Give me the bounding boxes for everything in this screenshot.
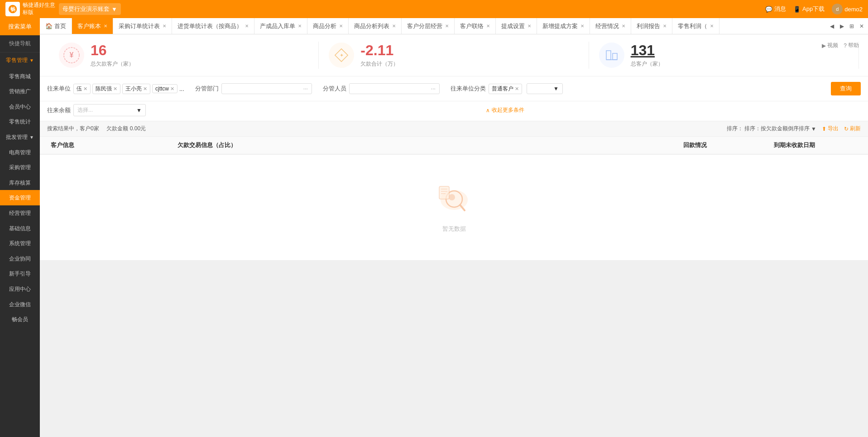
arrears-label: 欠款合计（万） [360, 60, 398, 68]
stat-icon-total [598, 42, 625, 69]
tab-cost-receipt[interactable]: 产成品入库单 ✕ [254, 18, 307, 34]
dept-input[interactable]: ··· [221, 83, 312, 94]
tag-close-wu[interactable]: ✕ [83, 86, 87, 92]
tab-close-stock-stats[interactable]: ✕ [245, 24, 249, 28]
tab-stock-stats[interactable]: 进货单统计表（按商品） ✕ [172, 18, 254, 34]
sidebar-quick-nav[interactable]: 快捷导航 [0, 35, 40, 52]
app-download-btn[interactable]: 📱 App下载 [793, 5, 825, 13]
filter-tag-wang[interactable]: 王小亮 ✕ [122, 84, 150, 94]
user-profile[interactable]: d demo2 [832, 4, 863, 14]
sidebar-item-marketing[interactable]: 营销推广 [0, 84, 40, 99]
sidebar-search[interactable]: 搜索菜单 [0, 18, 40, 35]
chevron-down-balance: ▼ [136, 107, 142, 114]
sidebar-item-finance[interactable]: 资金管理 [0, 190, 40, 205]
tab-close-operation-status[interactable]: ✕ [622, 24, 625, 28]
tag-close-normal[interactable]: ✕ [515, 86, 519, 92]
sidebar-item-new-guide[interactable]: 新手引导 [0, 266, 40, 281]
diamond-icon: ✦ [329, 43, 354, 68]
nav-expand-btn[interactable]: ⊞ [847, 22, 856, 31]
tab-close-retail-profit[interactable]: ✕ [710, 24, 714, 28]
collapse-btn[interactable]: ∧ 收起更多条件 [486, 106, 524, 114]
sidebar-item-inventory[interactable]: 库存核算 [0, 175, 40, 190]
yuan-icon: ¥ [59, 43, 84, 68]
result-actions: 排序： 排序：按欠款金额倒序排序 ▼ ⬆ 导出 ↻ 刷新 [727, 125, 861, 133]
balance-select[interactable]: 选择... ▼ [73, 104, 146, 116]
refresh-icon: ↻ [844, 126, 849, 132]
tab-customer-account[interactable]: 客户账本 ✕ [72, 18, 113, 34]
sidebar-item-operation[interactable]: 经营管理 [0, 205, 40, 221]
sidebar: 搜索菜单 快捷导航 零售管理 ▼ 零售商城 营销推广 会员中心 零售统计 [0, 18, 40, 437]
tab-close-new-improve[interactable]: ✕ [580, 24, 584, 28]
filter-row-1: 往来单位 伍 ✕ 陈民强 ✕ 王小亮 [40, 76, 868, 101]
tab-close-customer-tier[interactable]: ✕ [445, 24, 449, 28]
account-dropdown[interactable]: 母婴行业演示账套 ▼ [59, 3, 121, 15]
tag-close-wang[interactable]: ✕ [143, 86, 147, 92]
sidebar-item-batch-mgmt[interactable]: 批发管理 ▼ [0, 129, 40, 145]
stat-values-total: 131 总客户（家） [631, 43, 663, 68]
export-button[interactable]: ⬆ 导出 [822, 125, 839, 133]
sidebar-item-retail-mall[interactable]: 零售商城 [0, 69, 40, 84]
tab-close-customer-account[interactable]: ✕ [104, 24, 107, 28]
tab-customer-contact[interactable]: 客户联络 ✕ [455, 18, 496, 34]
avatar: d [832, 4, 843, 14]
messages-btn[interactable]: 💬 消息 [765, 5, 786, 13]
sidebar-item-retail-mgmt[interactable]: 零售管理 ▼ [0, 52, 40, 69]
nav-left-btn[interactable]: ◀ [827, 22, 836, 31]
svg-text:¥: ¥ [70, 51, 74, 59]
sidebar-item-enterprise-coop[interactable]: 企业协同 [0, 251, 40, 266]
tab-retail-profit[interactable]: 零售利润（ ✕ [672, 18, 719, 34]
filter-tag-normal-customer[interactable]: 普通客户 ✕ [489, 84, 522, 94]
tab-close-customer-contact[interactable]: ✕ [486, 24, 490, 28]
sidebar-item-enterprise-wechat[interactable]: 企业微信 [0, 297, 40, 312]
svg-point-11 [449, 194, 455, 200]
filter-tag-chen[interactable]: 陈民强 ✕ [92, 84, 120, 94]
sidebar-item-purchase[interactable]: 采购管理 [0, 160, 40, 175]
tab-close-profit-report[interactable]: ✕ [663, 24, 667, 28]
balance-placeholder: 选择... [77, 106, 93, 114]
tab-close-product-analysis[interactable]: ✕ [339, 24, 343, 28]
tab-operation-status[interactable]: 经营情况 ✕ [590, 18, 631, 34]
sidebar-item-app-center[interactable]: 应用中心 [0, 281, 40, 297]
sidebar-item-member-plus[interactable]: 畅会员 [0, 312, 40, 327]
svg-text:畅: 畅 [10, 6, 15, 12]
unit-type-dropdown[interactable]: ▼ [527, 83, 563, 94]
tab-close-improve-settings[interactable]: ✕ [528, 24, 531, 28]
sort-button[interactable]: 排序： 排序：按欠款金额倒序排序 ▼ [727, 125, 816, 133]
filter-tag-wu[interactable]: 伍 ✕ [73, 84, 91, 94]
tab-purchase-order[interactable]: 采购订单统计表 ✕ [113, 18, 172, 34]
result-bar: 搜索结果中，客户0家 欠款金额 0.00元 排序： 排序：按欠款金额倒序排序 ▼… [40, 121, 868, 137]
tab-product-analysis[interactable]: 商品分析 ✕ [307, 18, 349, 34]
tab-improve-settings[interactable]: 提成设置 ✕ [496, 18, 537, 34]
page-content: ¥ 16 总欠款客户（家） [40, 34, 868, 437]
tab-close-cost-receipt[interactable]: ✕ [298, 24, 302, 28]
tab-profit-report[interactable]: 利润报告 ✕ [631, 18, 672, 34]
tab-product-analysis-list[interactable]: 商品分析列表 ✕ [349, 18, 402, 34]
sidebar-item-retail-stats[interactable]: 零售统计 [0, 114, 40, 129]
video-help-btn[interactable]: ▶ 视频 [822, 42, 838, 49]
query-button[interactable]: 查询 [831, 82, 861, 95]
nav-close-all-btn[interactable]: ✕ [857, 22, 866, 31]
balance-filter-label: 往来余额 [47, 106, 71, 114]
tab-close-purchase-order[interactable]: ✕ [163, 24, 166, 28]
sidebar-item-ecommerce[interactable]: 电商管理 [0, 145, 40, 160]
home-icon: 🏠 [45, 23, 53, 29]
sidebar-item-basic-info[interactable]: 基础信息 [0, 221, 40, 236]
stat-arrears: ✦ -2.11 欠款合计（万） [319, 42, 589, 69]
chevron-down-icon2: ▼ [29, 134, 34, 140]
tag-more-btn[interactable]: ... [179, 86, 184, 92]
sidebar-item-member-center[interactable]: 会员中心 [0, 99, 40, 114]
tab-home[interactable]: 🏠 首页 [40, 18, 72, 34]
help-btn[interactable]: ? 帮助 [844, 42, 859, 49]
table-header-due-date: 到期未收款日期 [770, 141, 861, 149]
sidebar-item-system[interactable]: 系统管理 [0, 236, 40, 251]
nav-right-btn[interactable]: ▶ [837, 22, 846, 31]
tag-close-cjttcw[interactable]: ✕ [170, 86, 174, 92]
tab-close-product-analysis-list[interactable]: ✕ [392, 24, 396, 28]
filter-tag-cjttcw[interactable]: cjttcw ✕ [152, 84, 177, 93]
svg-rect-6 [606, 51, 611, 60]
tag-close-chen[interactable]: ✕ [113, 86, 117, 92]
person-input[interactable]: ··· [349, 83, 440, 94]
tab-customer-tier[interactable]: 客户分层经营 ✕ [402, 18, 455, 34]
tab-new-improve[interactable]: 新增提成方案 ✕ [537, 18, 590, 34]
refresh-button[interactable]: ↻ 刷新 [844, 125, 861, 133]
